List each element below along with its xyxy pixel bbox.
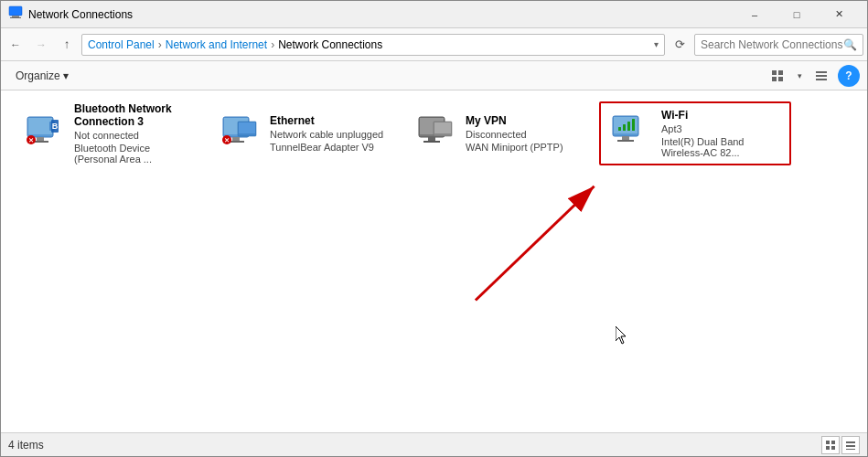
ethernet-status: Network cable unplugged: [270, 129, 383, 140]
breadcrumb-current: Network Connections: [278, 38, 382, 51]
svg-rect-0: [9, 6, 22, 16]
bluetooth-detail: Bluetooth Device (Personal Area ...: [74, 143, 195, 165]
svg-text:✕: ✕: [28, 137, 34, 143]
content-area: B ✕ Bluetooth Network Connection 3 Not c…: [1, 90, 867, 432]
help-button[interactable]: ?: [838, 65, 860, 87]
svg-rect-40: [632, 119, 635, 131]
status-view-icon-1[interactable]: [821, 436, 840, 454]
svg-rect-11: [28, 118, 52, 134]
breadcrumb-bar: Control Panel › Network and Internet › N…: [81, 34, 665, 56]
svg-rect-4: [778, 70, 783, 75]
bluetooth-name: Bluetooth Network Connection 3: [74, 102, 195, 128]
breadcrumb-sep-2: ›: [271, 38, 274, 51]
svg-rect-2: [10, 17, 21, 18]
breadcrumb-control-panel[interactable]: Control Panel: [88, 38, 155, 51]
bluetooth-info: Bluetooth Network Connection 3 Not conne…: [74, 102, 195, 165]
status-view-icon-2[interactable]: [841, 436, 860, 454]
svg-rect-48: [846, 445, 855, 447]
svg-rect-49: [846, 449, 855, 450]
ethernet-icon-area: ✕: [217, 112, 261, 155]
svg-rect-47: [846, 441, 855, 443]
svg-rect-44: [831, 441, 835, 444]
bluetooth-monitor-icon: B ✕: [24, 114, 62, 153]
maximize-button[interactable]: □: [776, 1, 818, 28]
svg-rect-24: [239, 122, 255, 133]
window-controls: – □ ✕: [734, 1, 860, 28]
ethernet-name: Ethernet: [270, 114, 383, 127]
app-icon: [8, 5, 23, 23]
wifi-status: Apt3: [661, 123, 782, 134]
wifi-detail: Intel(R) Dual Band Wireless-AC 82...: [661, 136, 782, 158]
back-button[interactable]: ←: [5, 34, 27, 56]
ethernet-info: Ethernet Network cable unplugged TunnelB…: [270, 114, 383, 153]
svg-rect-9: [816, 79, 827, 80]
refresh-button[interactable]: ⟳: [669, 34, 691, 56]
status-bar: 4 items: [1, 432, 867, 456]
svg-rect-32: [434, 122, 451, 133]
svg-rect-39: [627, 122, 630, 131]
network-item-wifi[interactable]: Wi-Fi Apt3 Intel(R) Dual Band Wireless-A…: [599, 101, 791, 165]
status-view-icons: [821, 436, 860, 454]
wifi-monitor-icon: [611, 114, 649, 153]
svg-rect-12: [37, 137, 44, 141]
svg-rect-45: [826, 446, 830, 450]
search-icon[interactable]: 🔍: [843, 38, 857, 51]
search-box: 🔍: [694, 34, 863, 56]
vpn-detail: WAN Miniport (PPTP): [466, 142, 563, 153]
svg-rect-37: [618, 127, 621, 131]
svg-rect-7: [816, 71, 827, 73]
svg-text:✕: ✕: [224, 137, 230, 143]
svg-rect-35: [622, 136, 629, 140]
svg-rect-38: [623, 124, 626, 131]
svg-rect-1: [12, 16, 19, 17]
items-grid: B ✕ Bluetooth Network Connection 3 Not c…: [12, 101, 856, 165]
svg-rect-29: [428, 137, 435, 141]
svg-rect-3: [772, 70, 777, 75]
breadcrumb-network-internet[interactable]: Network and Internet: [166, 38, 267, 51]
network-item-bluetooth[interactable]: B ✕ Bluetooth Network Connection 3 Not c…: [12, 101, 204, 165]
title-bar-left: Network Connections: [8, 5, 133, 23]
address-bar: ← → ↑ Control Panel › Network and Intern…: [1, 28, 867, 61]
svg-rect-30: [423, 141, 440, 143]
svg-rect-8: [816, 75, 827, 77]
cursor: [616, 326, 628, 348]
wifi-icon-area: [608, 112, 652, 155]
svg-rect-6: [778, 77, 783, 81]
vpn-icon-area: [413, 112, 456, 155]
svg-rect-46: [831, 446, 835, 450]
svg-rect-36: [617, 140, 634, 142]
svg-line-42: [476, 186, 595, 301]
network-item-vpn[interactable]: My VPN Disconnected WAN Miniport (PPTP): [403, 101, 595, 165]
bluetooth-icon-area: B ✕: [21, 112, 65, 155]
view-controls: ▾: [765, 65, 834, 87]
vpn-status: Disconnected: [466, 129, 563, 140]
svg-rect-43: [826, 441, 830, 444]
view-dropdown-button[interactable]: ▾: [792, 65, 807, 87]
svg-text:B: B: [52, 122, 59, 131]
ethernet-detail: TunnelBear Adapter V9: [270, 142, 383, 153]
minimize-button[interactable]: –: [734, 1, 776, 28]
status-item-count: 4 items: [8, 439, 44, 452]
search-input[interactable]: [701, 38, 843, 51]
wifi-name: Wi-Fi: [661, 109, 782, 122]
up-button[interactable]: ↑: [56, 34, 78, 56]
organize-button[interactable]: Organize ▾: [8, 65, 76, 87]
breadcrumb-dropdown-icon[interactable]: ▾: [654, 39, 659, 49]
title-bar: Network Connections – □ ✕: [1, 1, 867, 28]
close-button[interactable]: ✕: [818, 1, 860, 28]
forward-button[interactable]: →: [30, 34, 52, 56]
vpn-info: My VPN Disconnected WAN Miniport (PPTP): [466, 114, 563, 153]
vpn-monitor-icon: [415, 114, 454, 153]
vpn-name: My VPN: [466, 114, 563, 127]
window-title: Network Connections: [28, 8, 133, 21]
details-view-button[interactable]: [809, 65, 834, 87]
svg-rect-21: [232, 137, 240, 141]
wifi-info: Wi-Fi Apt3 Intel(R) Dual Band Wireless-A…: [661, 109, 782, 158]
toolbar: Organize ▾ ▾ ?: [1, 61, 867, 90]
bluetooth-status: Not connected: [74, 130, 195, 141]
svg-rect-5: [772, 77, 777, 81]
network-item-ethernet[interactable]: ✕ Ethernet Network cable unplugged Tunne…: [208, 101, 400, 165]
breadcrumb-sep-1: ›: [158, 38, 162, 51]
ethernet-monitor-icon: ✕: [220, 114, 258, 153]
view-change-button[interactable]: [765, 65, 790, 87]
